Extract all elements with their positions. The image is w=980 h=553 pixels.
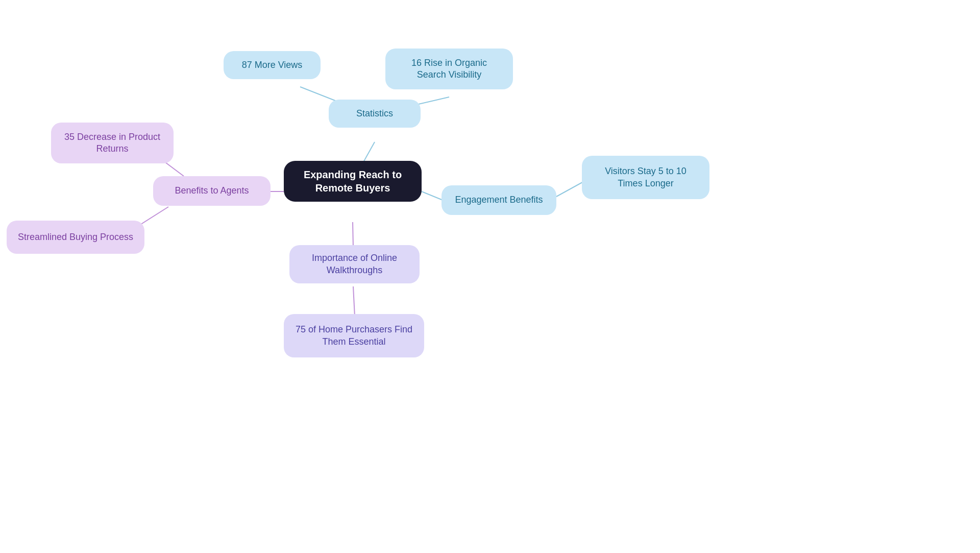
decrease-returns-label: 35 Decrease in Product Returns <box>61 131 163 155</box>
svg-line-6 <box>422 191 444 201</box>
home-purchasers-node[interactable]: 75 of Home Purchasers Find Them Essentia… <box>284 314 424 357</box>
more-views-label: 87 More Views <box>242 59 303 71</box>
more-views-node[interactable]: 87 More Views <box>224 51 321 79</box>
benefits-agents-node[interactable]: Benefits to Agents <box>153 176 271 206</box>
svg-line-8 <box>353 222 353 248</box>
decrease-returns-node[interactable]: 35 Decrease in Product Returns <box>51 123 174 163</box>
visitors-stay-node[interactable]: Visitors Stay 5 to 10 Times Longer <box>582 156 709 199</box>
statistics-node[interactable]: Statistics <box>329 100 421 128</box>
center-node[interactable]: Expanding Reach to Remote Buyers <box>284 161 422 202</box>
svg-line-9 <box>353 286 355 317</box>
home-purchasers-label: 75 of Home Purchasers Find Them Essentia… <box>294 324 414 348</box>
streamlined-node[interactable]: Streamlined Buying Process <box>7 221 144 254</box>
importance-online-label: Importance of Online Walkthroughs <box>300 252 409 276</box>
center-label: Expanding Reach to Remote Buyers <box>294 168 411 195</box>
organic-search-label: 16 Rise in Organic Search Visibility <box>396 57 503 81</box>
importance-online-node[interactable]: Importance of Online Walkthroughs <box>289 245 420 283</box>
streamlined-label: Streamlined Buying Process <box>18 231 133 243</box>
engagement-benefits-node[interactable]: Engagement Benefits <box>442 185 556 215</box>
benefits-agents-label: Benefits to Agents <box>175 185 249 197</box>
engagement-benefits-label: Engagement Benefits <box>455 194 543 206</box>
visitors-stay-label: Visitors Stay 5 to 10 Times Longer <box>592 165 699 189</box>
statistics-label: Statistics <box>356 108 393 119</box>
organic-search-node[interactable]: 16 Rise in Organic Search Visibility <box>385 49 513 89</box>
